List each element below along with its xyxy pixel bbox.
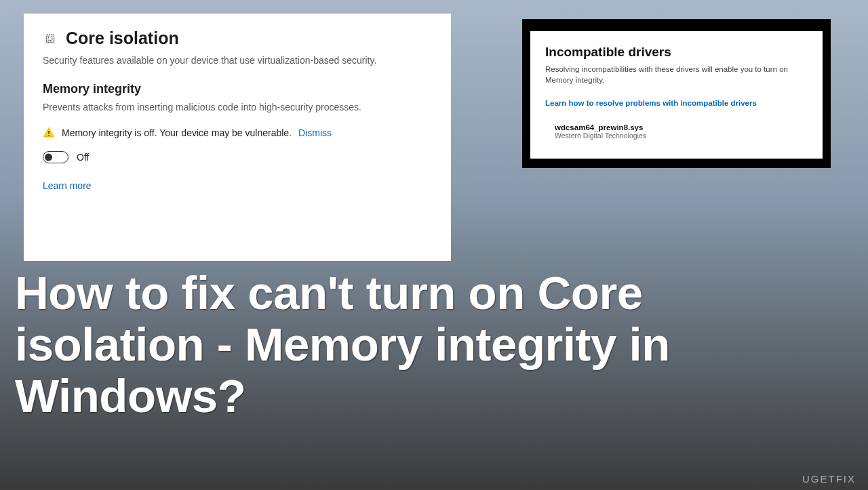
warning-icon [43, 127, 55, 139]
panel-title-row: Core isolation [43, 28, 432, 48]
memory-integrity-toggle[interactable] [43, 151, 68, 163]
toggle-row: Off [43, 151, 432, 163]
svg-rect-2 [48, 131, 50, 134]
driver-filename: wdcsam64_prewin8.sys [555, 123, 808, 131]
warning-text: Memory integrity is off. Your device may… [62, 127, 292, 138]
panel-description: Security features available on your devi… [43, 54, 432, 67]
dismiss-link[interactable]: Dismiss [298, 127, 332, 138]
resolve-problems-link[interactable]: Learn how to resolve problems with incom… [545, 99, 808, 107]
cpu-icon [43, 31, 58, 46]
incompatible-description: Resolving incompatibilities with these d… [545, 64, 808, 85]
toggle-knob [45, 153, 52, 161]
warning-row: Memory integrity is off. Your device may… [43, 127, 432, 139]
memory-integrity-description: Prevents attacks from inserting maliciou… [43, 100, 432, 114]
core-isolation-panel: Core isolation Security features availab… [24, 14, 451, 261]
svg-rect-0 [47, 35, 54, 42]
driver-vendor: Western Digital Technologies [555, 131, 808, 140]
svg-rect-1 [48, 37, 52, 41]
learn-more-link[interactable]: Learn more [43, 180, 92, 191]
incompatible-drivers-panel: Incompatible drivers Resolving incompati… [530, 31, 823, 159]
panel-title: Core isolation [66, 28, 179, 48]
article-headline: How to fix can't turn on Core isolation … [15, 268, 841, 422]
memory-integrity-heading: Memory integrity [43, 82, 432, 96]
incompatible-title: Incompatible drivers [545, 45, 808, 60]
toggle-label: Off [77, 152, 89, 163]
watermark: UGETFIX [802, 473, 856, 485]
incompatible-drivers-frame: Incompatible drivers Resolving incompati… [522, 19, 831, 168]
svg-rect-3 [48, 135, 50, 136]
